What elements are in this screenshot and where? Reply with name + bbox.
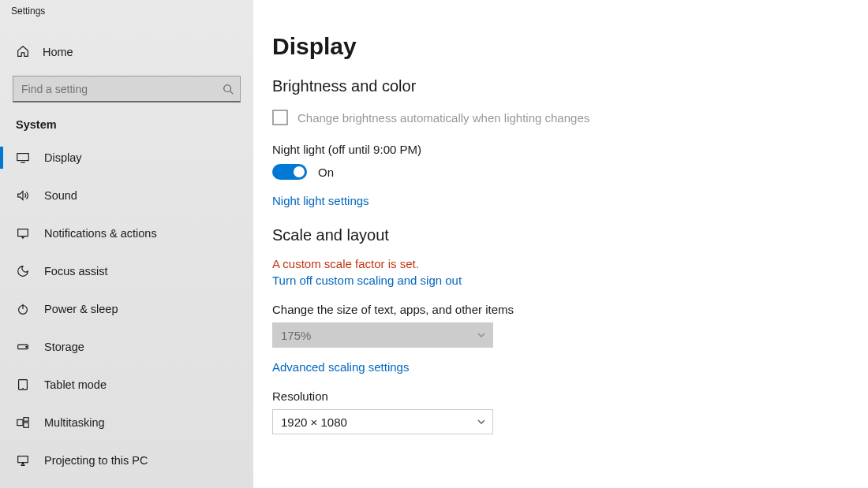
brightness-heading: Brightness and color (272, 77, 868, 95)
svg-rect-6 (17, 154, 28, 161)
text-size-value: 175% (281, 329, 311, 342)
display-icon (16, 151, 30, 165)
tablet-icon (16, 378, 30, 392)
home-icon (16, 44, 30, 61)
sidebar: Home System Display Sound (0, 0, 253, 488)
auto-brightness-label: Change brightness automatically when lig… (297, 111, 589, 125)
projecting-icon (16, 453, 30, 468)
nav-storage[interactable]: Storage (0, 328, 253, 366)
resolution-label: Resolution (272, 389, 868, 403)
nav-item-label: Sound (44, 189, 77, 202)
sound-icon (16, 188, 30, 203)
svg-point-12 (26, 346, 27, 347)
focus-assist-icon (16, 264, 30, 278)
svg-rect-15 (17, 419, 23, 425)
nav-item-label: Notifications & actions (44, 227, 157, 240)
nightlight-toggle-state: On (318, 166, 334, 179)
nightlight-toggle[interactable] (272, 164, 307, 180)
home-nav[interactable]: Home (0, 35, 253, 69)
svg-point-4 (224, 84, 231, 91)
advanced-scaling-link[interactable]: Advanced scaling settings (272, 360, 868, 374)
page-title: Display (272, 33, 868, 60)
chevron-down-icon (477, 329, 486, 342)
power-icon (16, 302, 30, 316)
home-label: Home (43, 46, 73, 58)
nav-power-sleep[interactable]: Power & sleep (0, 290, 253, 328)
scale-heading: Scale and layout (272, 226, 868, 244)
svg-rect-16 (24, 418, 28, 422)
nav-notifications[interactable]: Notifications & actions (0, 214, 253, 252)
resolution-value: 1920 × 1080 (281, 415, 347, 429)
chevron-down-icon (477, 415, 486, 429)
nav-tablet-mode[interactable]: Tablet mode (0, 366, 253, 404)
search-input[interactable] (13, 76, 241, 102)
nav-focus-assist[interactable]: Focus assist (0, 252, 253, 290)
nav-projecting[interactable]: Projecting to this PC (0, 441, 253, 479)
search-icon (216, 84, 240, 95)
nav-display[interactable]: Display (0, 139, 253, 177)
main-content: Display Brightness and color Change brig… (253, 0, 868, 488)
text-size-label: Change the size of text, apps, and other… (272, 303, 868, 316)
text-size-dropdown: 175% (272, 322, 493, 348)
turn-off-custom-scaling-link[interactable]: Turn off custom scaling and sign out (272, 272, 868, 289)
auto-brightness-checkbox[interactable] (272, 110, 288, 125)
nav-item-label: Power & sleep (44, 303, 118, 315)
nav-item-label: Storage (44, 341, 84, 353)
nav-sound[interactable]: Sound (0, 177, 253, 214)
nav-item-label: Tablet mode (44, 378, 107, 391)
search-field[interactable] (13, 83, 216, 95)
multitasking-icon (16, 415, 30, 430)
nav-item-label: Display (44, 151, 82, 164)
auto-brightness-row[interactable]: Change brightness automatically when lig… (272, 110, 868, 125)
notifications-icon (16, 226, 30, 240)
nav-multitasking[interactable]: Multitasking (0, 404, 253, 441)
nav-item-label: Projecting to this PC (44, 454, 148, 467)
window-title: Settings (0, 6, 45, 17)
svg-line-5 (230, 91, 234, 94)
svg-rect-17 (24, 423, 28, 427)
section-heading: System (0, 114, 253, 139)
nightlight-label: Night light (off until 9:00 PM) (272, 143, 868, 156)
nav-item-label: Multitasking (44, 416, 105, 429)
svg-rect-8 (18, 229, 28, 237)
nightlight-settings-link[interactable]: Night light settings (272, 194, 868, 207)
nav-item-label: Focus assist (44, 265, 108, 278)
resolution-dropdown[interactable]: 1920 × 1080 (272, 409, 493, 434)
storage-icon (16, 340, 30, 354)
scale-warning: A custom scale factor is set. (272, 255, 868, 272)
